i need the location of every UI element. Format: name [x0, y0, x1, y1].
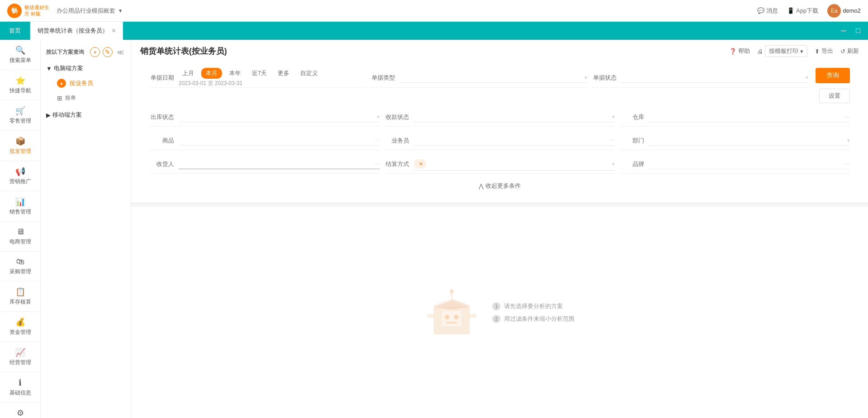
print-dropdown[interactable]: 按模板打印 ▾: [765, 45, 807, 57]
breadcrumb: 办公用品行业模拟账套: [57, 7, 115, 15]
chevron-down-icon: ▼: [46, 65, 52, 72]
filter-warehouse-select[interactable]: ···: [649, 112, 850, 122]
window-controls: ─ □: [834, 22, 868, 40]
pc-scheme-items: ● 按业务员 ⊞ 按单: [41, 76, 131, 104]
goods-ellipsis-icon[interactable]: ···: [375, 137, 380, 143]
refresh-btn[interactable]: ↺ 刷新: [840, 47, 859, 55]
sidebar-item-marketing[interactable]: 📢 营销推广: [0, 161, 40, 191]
sidebar-item-wholesale[interactable]: 📦 批发管理: [0, 131, 40, 161]
breadcrumb-dropdown[interactable]: ▾: [119, 7, 122, 14]
help-btn[interactable]: ❓ 帮助: [729, 47, 750, 55]
basic-icon: ℹ: [19, 378, 22, 388]
sidebar-item-purchase[interactable]: 🛍 采购管理: [0, 252, 40, 281]
tab-salesperson[interactable]: 销货单统计表（按业务员） ×: [30, 22, 123, 40]
pc-scheme-header[interactable]: ▼ 电脑端方案: [41, 62, 131, 75]
filter-brand-label: 品牌: [619, 160, 649, 168]
print-icon: 🖨: [757, 48, 763, 55]
sidebar-item-system[interactable]: ⚙ 系统管理: [0, 403, 40, 418]
date-btn-this-year[interactable]: 本年: [226, 68, 245, 79]
tab-salesperson-label: 销货单统计表（按业务员）: [38, 27, 108, 35]
query-button[interactable]: 查询: [816, 68, 850, 83]
filter-date-label: 单据日期: [149, 74, 179, 82]
finance-icon: 💰: [15, 317, 25, 327]
salesperson-ellipsis-icon[interactable]: ···: [610, 137, 615, 143]
maximize-btn[interactable]: □: [852, 24, 864, 37]
sidebar-item-search[interactable]: 🔍 搜索菜单: [0, 40, 40, 70]
sidebar-label-retail: 零售管理: [9, 117, 31, 125]
export-btn[interactable]: ⬆ 导出: [815, 47, 833, 55]
sidebar-label-inventory: 库存核算: [9, 298, 31, 306]
brand-ellipsis-icon[interactable]: ···: [845, 161, 850, 167]
page-header: 销货单统计表(按业务员) ❓ 帮助 🖨 按模板打印 ▾: [131, 40, 868, 203]
collapse-btn[interactable]: ⋀ 收起更多条件: [479, 182, 521, 190]
sidebar-item-shortcut[interactable]: ⭐ 快捷导航: [0, 70, 40, 100]
app-download-btn[interactable]: 📱 App下载: [787, 7, 818, 15]
tab-close-icon[interactable]: ×: [112, 27, 116, 34]
scheme-collapse-btn[interactable]: ≪: [115, 47, 125, 57]
date-btn-last-month[interactable]: 上月: [179, 68, 198, 79]
filter-salesperson-select[interactable]: ···: [414, 135, 615, 146]
svg-rect-7: [427, 314, 435, 318]
warehouse-ellipsis-icon[interactable]: ···: [845, 114, 850, 120]
scheme-add-btn[interactable]: +: [90, 47, 100, 57]
settlement-tag-close[interactable]: ×: [419, 160, 423, 167]
scheme-panel: 按以下方案查询 + ✎ ≪ ▼ 电脑端方案 ● 按业务员: [41, 40, 131, 418]
sidebar-item-retail[interactable]: 🛒 零售管理: [0, 100, 40, 131]
filter-payment-status-select[interactable]: ▾: [414, 112, 615, 122]
filter-doc-type-label: 单据类型: [370, 74, 400, 82]
sidebar-item-sales[interactable]: 📊 销售管理: [0, 191, 40, 222]
filter-doc-type-select[interactable]: ▾: [400, 73, 587, 83]
filter-brand-select[interactable]: ···: [649, 159, 850, 169]
filter-receiver: 收货人 ···: [149, 155, 380, 174]
message-btn[interactable]: 💬 消息: [757, 7, 778, 15]
sidebar-label-finance: 资金管理: [9, 328, 31, 336]
scheme-item-salesperson[interactable]: ● 按业务员: [53, 76, 129, 91]
department-dropdown-icon: ▾: [847, 138, 850, 143]
filter-brand: 品牌 ···: [619, 155, 850, 174]
sidebar-item-ecommerce[interactable]: 🖥 电商管理: [0, 222, 40, 252]
date-btn-more[interactable]: 更多: [274, 68, 293, 79]
main-panel-inner: 销货单统计表(按业务员) ❓ 帮助 🖨 按模板打印 ▾: [131, 40, 868, 418]
mobile-scheme-header[interactable]: ▶ 移动端方案: [41, 108, 131, 122]
collapse-up-icon: ⋀: [479, 183, 484, 190]
filter-department-label: 部门: [619, 137, 649, 145]
salesperson-label: 按业务员: [70, 79, 93, 87]
scheme-edit-btn[interactable]: ✎: [103, 47, 113, 57]
filter-department-select[interactable]: ▾: [649, 136, 850, 146]
filter-goods-select[interactable]: ···: [179, 135, 380, 146]
filter-doc-type: 单据类型 ▾: [370, 68, 587, 88]
help-label: 帮助: [738, 47, 750, 55]
refresh-label: 刷新: [847, 47, 859, 55]
doc-type-dropdown-icon: ▾: [585, 75, 587, 81]
filter-area: 单据日期 上月 本月 本年 近7天 更多 自定义: [140, 62, 859, 203]
topbar: 畅 畅捷通好生意 标版 办公用品行业模拟账套 ▾ 💬 消息 📱 App下载 Ea…: [0, 0, 868, 22]
svg-point-6: [450, 290, 453, 293]
date-range: 2023-03-01 至 2023-03-31: [179, 80, 366, 87]
minimize-btn[interactable]: ─: [837, 24, 850, 37]
settings-button[interactable]: 设置: [819, 89, 850, 103]
date-btn-custom[interactable]: 自定义: [297, 68, 321, 79]
filter-salesperson-label: 业务员: [384, 137, 414, 145]
topbar-left: 畅 畅捷通好生意 标版 办公用品行业模拟账套 ▾: [7, 4, 122, 18]
print-btn[interactable]: 🖨 按模板打印 ▾: [757, 45, 807, 57]
purchase-icon: 🛍: [16, 257, 24, 266]
svg-rect-1: [442, 311, 462, 326]
date-btn-7days[interactable]: 近7天: [248, 68, 270, 79]
print-chevron-icon: ▾: [800, 48, 803, 55]
user-profile[interactable]: Ea demo2: [827, 4, 861, 18]
scheme-actions: + ✎ ≪: [90, 47, 125, 57]
filter-doc-status: 单据状态 ▾: [592, 68, 808, 88]
filter-stock-status-select[interactable]: ▾: [179, 112, 380, 122]
sidebar-item-basic[interactable]: ℹ 基础信息: [0, 372, 40, 403]
filter-receiver-input[interactable]: ···: [179, 159, 380, 169]
sidebar-item-finance[interactable]: 💰 资金管理: [0, 312, 40, 342]
receiver-ellipsis-icon[interactable]: ···: [375, 161, 380, 167]
tabbar-spacer: [123, 22, 834, 40]
tab-home[interactable]: 首页: [0, 22, 30, 40]
filter-settlement-select[interactable]: × ▾: [414, 157, 615, 171]
sidebar-item-operations[interactable]: 📈 经营管理: [0, 342, 40, 372]
scheme-sub-item-order[interactable]: ⊞ 按单: [52, 91, 131, 104]
date-btn-this-month[interactable]: 本月: [201, 68, 222, 79]
sidebar-item-inventory[interactable]: 📋 库存核算: [0, 281, 40, 312]
filter-doc-status-select[interactable]: ▾: [621, 73, 808, 83]
